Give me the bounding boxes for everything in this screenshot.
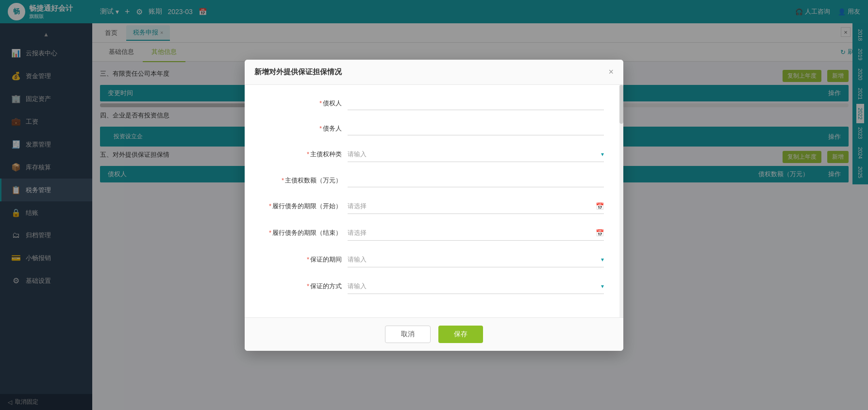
select-guarantee-method[interactable]: 请输入 ▾ — [348, 279, 604, 294]
select-claim-type-value: 请输入 — [348, 150, 601, 159]
modal-dialog: 新增对外提供保证担保情况 × *债权人 *债务人 — [245, 60, 623, 351]
input-claim-amount[interactable] — [348, 174, 604, 187]
label-creditor: *债权人 — [264, 99, 342, 108]
label-guarantee-method: *保证的方式 — [264, 282, 342, 291]
select-guarantee-period-value: 请输入 — [348, 255, 601, 264]
modal-scroll-thumb — [619, 85, 623, 124]
label-debt-start: *履行债务的期限（开始） — [264, 202, 342, 211]
label-claim-type: *主债权种类 — [264, 150, 342, 159]
form-row-claim-type: *主债权种类 请输入 ▾ — [264, 147, 604, 162]
date-debt-end[interactable]: 请选择 📅 — [348, 226, 604, 241]
modal-footer: 取消 保存 — [245, 317, 623, 351]
input-creditor[interactable] — [348, 97, 604, 110]
calendar-debt-end-icon: 📅 — [596, 229, 604, 237]
save-button[interactable]: 保存 — [438, 326, 483, 343]
modal-close-btn[interactable]: × — [608, 67, 614, 76]
form-row-creditor: *债权人 — [264, 97, 604, 110]
label-debtor: *债务人 — [264, 124, 342, 133]
cancel-button[interactable]: 取消 — [385, 326, 431, 343]
form-row-guarantee-period: *保证的期间 请输入 ▾ — [264, 252, 604, 267]
date-debt-start-value: 请选择 — [348, 202, 596, 211]
chevron-claim-type-icon: ▾ — [601, 151, 604, 158]
modal-scrollbar[interactable] — [619, 85, 623, 317]
form-row-guarantee-method: *保证的方式 请输入 ▾ — [264, 279, 604, 294]
label-debt-end: *履行债务的期限（结束） — [264, 229, 342, 237]
date-debt-end-value: 请选择 — [348, 229, 596, 237]
select-guarantee-period[interactable]: 请输入 ▾ — [348, 252, 604, 267]
input-debtor[interactable] — [348, 122, 604, 135]
chevron-guarantee-period-icon: ▾ — [601, 256, 604, 263]
select-guarantee-method-value: 请输入 — [348, 282, 601, 291]
calendar-debt-start-icon: 📅 — [596, 202, 604, 210]
form-row-debt-end: *履行债务的期限（结束） 请选择 📅 — [264, 226, 604, 241]
modal-header: 新增对外提供保证担保情况 × — [245, 60, 623, 85]
modal-body: *债权人 *债务人 *主债权种类 请输入 ▾ — [245, 85, 623, 317]
form-row-claim-amount: *主债权数额（万元） — [264, 174, 604, 187]
date-debt-start[interactable]: 请选择 📅 — [348, 199, 604, 214]
label-guarantee-period: *保证的期间 — [264, 255, 342, 264]
label-claim-amount: *主债权数额（万元） — [264, 176, 342, 185]
form-row-debt-start: *履行债务的期限（开始） 请选择 📅 — [264, 199, 604, 214]
modal-overlay: 新增对外提供保证担保情况 × *债权人 *债务人 — [0, 0, 868, 410]
form-row-debtor: *债务人 — [264, 122, 604, 135]
select-claim-type[interactable]: 请输入 ▾ — [348, 147, 604, 162]
modal-title: 新增对外提供保证担保情况 — [254, 67, 608, 77]
chevron-guarantee-method-icon: ▾ — [601, 283, 604, 290]
